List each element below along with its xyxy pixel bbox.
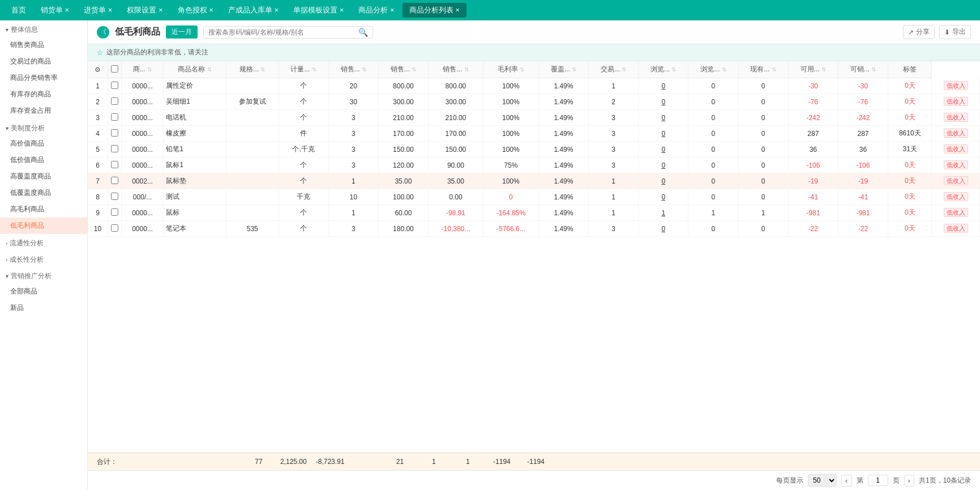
- row-checkbox[interactable]: [111, 224, 118, 232]
- sidebar-item-high-value[interactable]: 高价值商品: [0, 135, 87, 152]
- nav-sales[interactable]: 销货单 ×: [34, 3, 76, 18]
- row-name[interactable]: 鼠标: [164, 205, 226, 221]
- sidebar-group-growth[interactable]: › 成长性分析: [0, 250, 87, 267]
- col-checkbox[interactable]: [108, 61, 121, 78]
- col-name[interactable]: 商品名称 ⇅: [164, 61, 226, 78]
- sidebar-group-overview[interactable]: ▾ 整体信息: [0, 20, 87, 37]
- export-button[interactable]: ⬇ 导出: [939, 25, 971, 39]
- col-sales-qty[interactable]: 销售... ⇅: [328, 61, 378, 78]
- select-all-checkbox[interactable]: [111, 65, 118, 73]
- nav-analysis-list[interactable]: 商品分析列表 ×: [403, 3, 467, 18]
- row-name[interactable]: 鼠标垫: [164, 173, 226, 189]
- sidebar-item-traded-goods[interactable]: 交易过的商品: [0, 53, 87, 70]
- row-name[interactable]: 鼠标1: [164, 157, 226, 173]
- nav-product-entry[interactable]: 产成品入库单 ×: [221, 3, 285, 18]
- row-price1: 170.00: [378, 126, 428, 142]
- row-checkbox-cell[interactable]: [108, 78, 121, 94]
- col-browse1[interactable]: 浏览... ⇅: [639, 61, 688, 78]
- sidebar-item-high-coverage[interactable]: 高覆盖度商品: [0, 168, 87, 185]
- row-trade[interactable]: 0: [639, 78, 688, 94]
- row-saleable: 0天: [888, 94, 932, 110]
- row-no: 10: [88, 221, 108, 237]
- col-sales-amount[interactable]: 销售... ⇅: [429, 61, 483, 78]
- row-checkbox[interactable]: [111, 113, 118, 121]
- row-trade[interactable]: 0: [639, 94, 688, 110]
- sidebar-group-flow[interactable]: › 流通性分析: [0, 234, 87, 250]
- sidebar-item-inventory-capital[interactable]: 库存资金占用: [0, 103, 87, 119]
- row-name[interactable]: 笔记本: [164, 221, 226, 237]
- row-trade[interactable]: 1: [639, 205, 688, 221]
- row-name[interactable]: 测试: [164, 189, 226, 205]
- col-browse2[interactable]: 浏览... ⇅: [688, 61, 738, 78]
- sidebar-item-all-goods[interactable]: 全部商品: [0, 283, 87, 300]
- row-trade[interactable]: 0: [639, 142, 688, 157]
- row-checkbox[interactable]: [111, 129, 118, 137]
- date-filter-button[interactable]: 近一月: [166, 25, 198, 39]
- row-name[interactable]: 铅笔1: [164, 142, 226, 157]
- nav-analysis[interactable]: 商品分析 ×: [352, 3, 401, 18]
- row-checkbox-cell[interactable]: [108, 221, 121, 237]
- sidebar-item-new-goods[interactable]: 新品: [0, 300, 87, 316]
- col-code[interactable]: 商... ⇅: [121, 61, 163, 78]
- row-checkbox[interactable]: [111, 177, 118, 184]
- sidebar-item-sales-goods[interactable]: 销售类商品: [0, 37, 87, 53]
- sidebar-item-low-value[interactable]: 低价值商品: [0, 152, 87, 168]
- share-button[interactable]: ↗ 分享: [903, 25, 935, 39]
- row-trade[interactable]: 0: [639, 221, 688, 237]
- row-name[interactable]: 电话机: [164, 110, 226, 126]
- col-sales-price[interactable]: 销售... ⇅: [378, 61, 428, 78]
- sidebar-group-beauty[interactable]: ▾ 美制度分析: [0, 119, 87, 135]
- page-size-select[interactable]: 50 100 200: [808, 474, 837, 487]
- row-trade[interactable]: 0: [639, 126, 688, 142]
- page-number-input[interactable]: [868, 475, 888, 486]
- row-checkbox-cell[interactable]: [108, 189, 121, 205]
- row-checkbox[interactable]: [111, 193, 118, 200]
- row-name[interactable]: 吴细细1: [164, 94, 226, 110]
- sidebar-item-category-rate[interactable]: 商品分类销售率: [0, 70, 87, 86]
- row-trade[interactable]: 0: [639, 189, 688, 205]
- row-checkbox-cell[interactable]: [108, 205, 121, 221]
- row-trade[interactable]: 0: [639, 173, 688, 189]
- col-saleable[interactable]: 可销... ⇅: [838, 61, 888, 78]
- prev-page-button[interactable]: ‹: [841, 475, 851, 487]
- row-checkbox[interactable]: [111, 82, 118, 89]
- row-checkbox-cell[interactable]: [108, 126, 121, 142]
- row-checkbox[interactable]: [111, 208, 118, 216]
- nav-home[interactable]: 首页: [5, 3, 33, 18]
- sidebar-item-high-gross[interactable]: 高毛利商品: [0, 201, 87, 218]
- sidebar-group-marketing[interactable]: ▾ 营销推广分析: [0, 267, 87, 283]
- row-trade[interactable]: 0: [639, 110, 688, 126]
- nav-permissions[interactable]: 权限设置 ×: [120, 3, 169, 18]
- row-checkbox[interactable]: [111, 97, 118, 105]
- footer-coverage: [349, 457, 383, 467]
- col-available[interactable]: 可用... ⇅: [788, 61, 838, 78]
- row-checkbox-cell[interactable]: [108, 110, 121, 126]
- sidebar-collapse-button[interactable]: 《: [97, 26, 109, 39]
- row-checkbox-cell[interactable]: [108, 142, 121, 157]
- row-price1: 180.00: [378, 221, 428, 237]
- row-checkbox-cell[interactable]: [108, 94, 121, 110]
- col-gross-rate[interactable]: 毛利率 ⇅: [483, 61, 538, 78]
- search-input[interactable]: [208, 28, 358, 36]
- nav-template[interactable]: 单据模板设置 ×: [286, 3, 350, 18]
- col-spec[interactable]: 规格... ⇅: [226, 61, 279, 78]
- row-available: -22: [838, 221, 888, 237]
- col-unit[interactable]: 计量... ⇅: [279, 61, 328, 78]
- col-settings[interactable]: ⚙: [88, 61, 108, 78]
- row-checkbox[interactable]: [111, 145, 118, 152]
- sidebar-item-low-coverage[interactable]: 低覆盖度商品: [0, 185, 87, 201]
- row-checkbox-cell[interactable]: [108, 157, 121, 173]
- sidebar-item-low-gross[interactable]: 低毛利商品: [0, 218, 87, 234]
- row-checkbox-cell[interactable]: [108, 173, 121, 189]
- row-name[interactable]: 属性定价: [164, 78, 226, 94]
- col-trade[interactable]: 交易... ⇅: [589, 61, 639, 78]
- row-checkbox[interactable]: [111, 161, 118, 168]
- row-name[interactable]: 橡皮擦: [164, 126, 226, 142]
- nav-purchase[interactable]: 进货单 ×: [77, 3, 119, 18]
- col-coverage[interactable]: 覆盖... ⇅: [538, 61, 588, 78]
- sidebar-item-stocked-goods[interactable]: 有库存的商品: [0, 86, 87, 103]
- nav-role[interactable]: 角色授权 ×: [171, 3, 220, 18]
- next-page-button[interactable]: ›: [904, 475, 914, 487]
- row-trade[interactable]: 0: [639, 157, 688, 173]
- col-current[interactable]: 现有... ⇅: [738, 61, 788, 78]
